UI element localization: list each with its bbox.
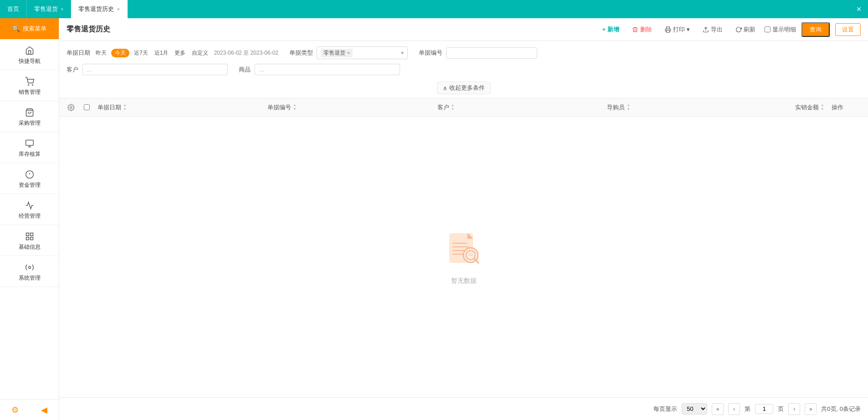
page-number-input[interactable]	[755, 404, 773, 414]
filter-row-2: 客户 ... 商品 ...	[67, 64, 861, 75]
purchase-icon	[25, 108, 35, 118]
tab-retail-return[interactable]: 零售退货 ×	[27, 0, 71, 18]
sidebar-item-finance[interactable]: 资金管理	[0, 163, 59, 194]
last-page-button[interactable]: »	[805, 403, 817, 415]
svg-rect-9	[26, 233, 29, 236]
header-actions: + 新增 删除 打印 ▾ 导出 刷新	[599, 22, 861, 37]
th-amount-sort[interactable]: ▲ ▼	[821, 103, 824, 111]
tab-list: 首页 零售退货 × 零售退货历史 ×	[0, 0, 850, 18]
voucher-type-label: 单据类型	[289, 49, 313, 57]
sidebar-item-inventory-label: 库存核算	[19, 150, 41, 158]
tab-home[interactable]: 首页	[0, 0, 27, 18]
sidebar-item-purchase-label: 采购管理	[19, 119, 41, 127]
sidebar: 🔍 搜索菜单 快捷导航 销售管理	[0, 18, 59, 420]
export-button[interactable]: 导出	[699, 24, 726, 36]
sidebar-item-operations-label: 经营管理	[19, 212, 41, 220]
sidebar-item-sales[interactable]: 销售管理	[0, 70, 59, 101]
filter-customer: 客户 ...	[67, 64, 228, 75]
date-btn-more[interactable]: 更多	[173, 49, 187, 57]
svg-rect-3	[26, 140, 33, 146]
th-guide-sort[interactable]: ▲ ▼	[627, 103, 630, 111]
th-date: 单据日期 ▲ ▼	[94, 103, 264, 112]
speaker-button[interactable]: ◀	[41, 405, 47, 415]
th-voucher-no-sort[interactable]: ▲ ▼	[293, 103, 297, 111]
sidebar-search[interactable]: 🔍 搜索菜单	[0, 18, 59, 39]
show-detail-input[interactable]	[765, 26, 770, 32]
voucher-type-select[interactable]: 零售退货 × ▾	[317, 46, 408, 59]
finance-icon	[25, 169, 35, 179]
sidebar-bottom: ⚙ ◀	[0, 399, 59, 420]
top-bar: 首页 零售退货 × 零售退货历史 × ×	[0, 0, 868, 18]
page-title: 零售退货历史	[67, 25, 110, 34]
date-btn-today[interactable]: 今天	[111, 49, 129, 57]
svg-point-16	[70, 107, 72, 108]
date-btn-custom[interactable]: 自定义	[190, 49, 210, 57]
date-btn-1month[interactable]: 近1月	[153, 49, 170, 57]
next-page-button[interactable]: ›	[788, 403, 800, 415]
th-customer-sort[interactable]: ▲ ▼	[451, 103, 455, 111]
svg-point-1	[32, 85, 33, 86]
tab-retail-return-history-label: 零售退货历史	[78, 5, 114, 13]
filter-voucher-no: 单据编号	[419, 47, 537, 59]
column-settings-icon[interactable]	[63, 104, 79, 111]
th-voucher-no-label: 单据编号	[267, 103, 291, 112]
date-shortcuts: 昨天 今天 近7天 近1月 更多 自定义	[94, 49, 210, 57]
th-amount-label: 实销金额	[795, 103, 819, 112]
refresh-button[interactable]: 刷新	[732, 24, 759, 36]
per-page-select[interactable]: 20 50 100 200	[682, 403, 707, 415]
th-amount: 实销金额 ▲ ▼	[773, 103, 828, 112]
th-date-sort[interactable]: ▲ ▼	[123, 103, 127, 111]
customer-input[interactable]: ...	[82, 64, 228, 75]
select-all-input[interactable]	[84, 104, 90, 110]
voucher-type-value: 零售退货	[324, 49, 345, 57]
sidebar-item-quicknav[interactable]: 快捷导航	[0, 39, 59, 70]
filter-area: 单据日期 昨天 今天 近7天 近1月 更多 自定义 2023-06-02 至 2…	[59, 41, 868, 98]
goods-dots: ...	[259, 66, 264, 73]
select-all-checkbox[interactable]	[79, 104, 94, 110]
customer-label: 客户	[67, 66, 78, 74]
per-page-label: 每页显示	[653, 405, 677, 413]
page-label: 第	[745, 405, 750, 413]
collapse-button[interactable]: ∧ 收起更多条件	[437, 82, 491, 94]
date-btn-yesterday[interactable]: 昨天	[94, 49, 108, 57]
sidebar-item-finance-label: 资金管理	[19, 181, 41, 189]
sidebar-item-system-label: 系统管理	[19, 274, 41, 282]
goods-input[interactable]: ...	[254, 64, 400, 75]
filter-date: 单据日期 昨天 今天 近7天 近1月 更多 自定义 2023-06-02 至 2…	[67, 49, 278, 57]
sidebar-item-system[interactable]: 系统管理	[0, 256, 59, 287]
customer-dots: ...	[87, 66, 92, 73]
th-guide-label: 导购员	[607, 103, 625, 112]
delete-button[interactable]: 删除	[628, 24, 656, 36]
th-date-label: 单据日期	[98, 103, 121, 112]
date-btn-7days[interactable]: 近7天	[132, 49, 150, 57]
voucher-no-input[interactable]	[446, 47, 537, 59]
filter-row-1: 单据日期 昨天 今天 近7天 近1月 更多 自定义 2023-06-02 至 2…	[67, 46, 861, 59]
th-voucher-no: 单据编号 ▲ ▼	[264, 103, 434, 112]
sidebar-item-inventory[interactable]: 库存核算	[0, 132, 59, 163]
print-dropdown-icon[interactable]: ▾	[687, 26, 690, 33]
print-button[interactable]: 打印 ▾	[661, 24, 693, 36]
setting-button[interactable]: 设置	[835, 23, 861, 36]
show-detail-checkbox[interactable]: 显示明细	[765, 26, 796, 34]
svg-point-0	[28, 85, 29, 86]
query-button[interactable]: 查询	[801, 22, 830, 37]
voucher-type-tag-close[interactable]: ×	[347, 50, 350, 56]
voucher-type-chevron: ▾	[401, 50, 404, 56]
tab-retail-return-history-close[interactable]: ×	[117, 6, 119, 12]
settings-button[interactable]: ⚙	[11, 405, 19, 415]
empty-text: 暂无数据	[451, 277, 477, 285]
sidebar-item-basic[interactable]: 基础信息	[0, 225, 59, 256]
collapse-btn-container: ∧ 收起更多条件	[67, 80, 861, 94]
add-button[interactable]: + 新增	[599, 24, 623, 36]
empty-icon	[441, 229, 487, 270]
tab-retail-return-history[interactable]: 零售退货历史 ×	[71, 0, 127, 18]
collapse-up-icon: ∧	[443, 85, 447, 92]
first-page-button[interactable]: «	[712, 403, 724, 415]
sidebar-item-operations[interactable]: 经营管理	[0, 194, 59, 225]
sidebar-item-purchase[interactable]: 采购管理	[0, 101, 59, 132]
prev-page-button[interactable]: ‹	[728, 403, 740, 415]
window-close-button[interactable]: ×	[850, 0, 868, 18]
page-unit: 页	[778, 405, 784, 413]
tab-retail-return-close[interactable]: ×	[61, 6, 63, 12]
delete-icon	[632, 26, 638, 33]
